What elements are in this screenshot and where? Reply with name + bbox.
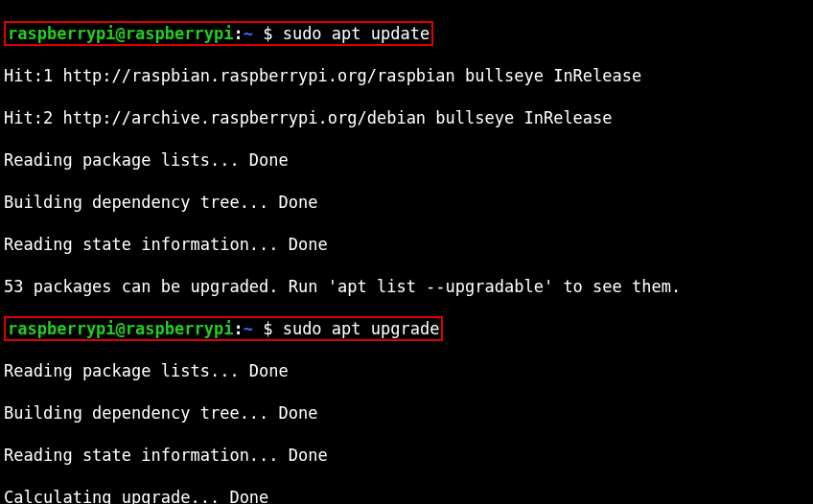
prompt-at: @ [116, 319, 126, 338]
output-line: Reading state information... Done [4, 445, 809, 466]
output-line: Building dependency tree... Done [4, 402, 809, 424]
prompt-path: ~ [244, 319, 253, 338]
prompt-colon: : [233, 319, 243, 338]
output-line: Building dependency tree... Done [4, 192, 809, 213]
command-line-1: raspberrypi@raspberrypi:~ $ sudo apt upd… [4, 23, 809, 44]
output-line: Reading package lists... Done [4, 360, 809, 381]
output-line: Calculating upgrade... Done [4, 487, 809, 504]
prompt-user: raspberrypi [8, 24, 116, 43]
output-line: Hit:2 http://archive.raspberrypi.org/deb… [4, 107, 809, 128]
prompt-path: ~ [244, 24, 253, 43]
prompt-host: raspberrypi [126, 24, 234, 43]
prompt-host: raspberrypi [126, 319, 234, 338]
output-line: Reading package lists... Done [4, 149, 809, 171]
prompt-at: @ [116, 24, 126, 43]
prompt-colon: : [233, 24, 243, 43]
output-line: Reading state information... Done [4, 234, 809, 255]
terminal-output: raspberrypi@raspberrypi:~ $ sudo apt upd… [0, 0, 813, 504]
prompt-user: raspberrypi [8, 319, 116, 338]
output-line: 53 packages can be upgraded. Run 'apt li… [4, 276, 809, 297]
prompt-dollar: $ [253, 24, 283, 43]
command-2: sudo apt upgrade [283, 319, 440, 338]
prompt-dollar: $ [253, 319, 283, 338]
highlight-box-2: raspberrypi@raspberrypi:~ $ sudo apt upg… [4, 316, 443, 341]
command-line-2: raspberrypi@raspberrypi:~ $ sudo apt upg… [4, 318, 809, 339]
command-1: sudo apt update [283, 24, 430, 43]
output-line: Hit:1 http://raspbian.raspberrypi.org/ra… [4, 65, 809, 86]
highlight-box-1: raspberrypi@raspberrypi:~ $ sudo apt upd… [4, 21, 433, 46]
